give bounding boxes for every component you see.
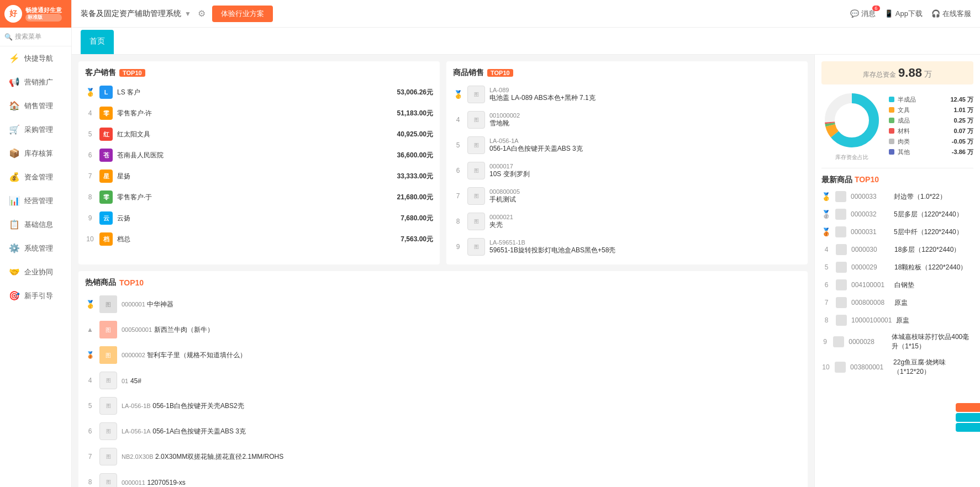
medal-icon: 🥇 <box>821 192 831 201</box>
sidebar-item-finance[interactable]: 💰 资金管理 <box>0 165 71 189</box>
top-rankings: 客户销售 TOP10 🥇 L LS 客户 53,006.26元 4 <box>78 61 808 264</box>
avatar: 零 <box>99 190 113 204</box>
list-item: 🥇 L LS 客户 53,006.26元 <box>85 83 433 101</box>
rank-number: 7 <box>85 172 95 180</box>
rank-number: 6 <box>85 151 95 159</box>
product-img: 图 <box>99 397 117 415</box>
legend-item: 成品 0.25 万 <box>889 117 973 125</box>
product-avatar <box>836 244 847 255</box>
search-icon: 🔍 <box>4 33 13 41</box>
online-service-button[interactable]: 🎧 在线客服 <box>931 9 971 19</box>
rank-number: 5 <box>453 141 463 149</box>
product-avatar <box>835 226 846 237</box>
sidebar-item-marketing[interactable]: 📢 营销推广 <box>0 70 71 94</box>
legend-item: 材料 0.07 万 <box>889 127 973 135</box>
search-menu[interactable]: 🔍 搜索菜单 <box>0 28 71 46</box>
dropdown-arrow-icon[interactable]: ▼ <box>185 10 191 18</box>
product-img: 图 <box>99 473 117 487</box>
list-item: 🥉 0000031 5层中纤（1220*2440） <box>821 225 973 239</box>
sidebar-item-enterprise[interactable]: 🤝 企业协同 <box>0 260 71 284</box>
customer-service-button[interactable]: 客服热线 <box>956 403 980 412</box>
quick-icon: ⚡ <box>9 53 20 63</box>
product-ranking-title: 商品销售 TOP10 <box>453 68 801 78</box>
sales-icon: 🏠 <box>9 100 20 111</box>
list-item: 7 图 000800005 手机测试 <box>453 185 801 207</box>
list-item: 5 0000029 18颗粒板（1220*2440） <box>821 260 973 274</box>
sidebar-item-quick[interactable]: ⚡ 快捷导航 <box>0 46 71 70</box>
avatar: L <box>99 86 113 99</box>
rank-number: 8 <box>85 478 95 486</box>
product-img: 图 <box>467 162 485 179</box>
product-img: 图 <box>99 321 117 338</box>
list-item: 4 0000030 18多层（1220*2440） <box>821 242 973 257</box>
product-avatar <box>836 279 847 290</box>
rank-number: 4 <box>453 116 463 124</box>
logo-icon: 好 <box>4 5 22 23</box>
sidebar-item-operations[interactable]: 📊 经营管理 <box>0 189 71 213</box>
rank-number: 9 <box>85 214 95 222</box>
tab-home[interactable]: 首页 <box>81 30 114 54</box>
avatar: 苍 <box>99 149 113 162</box>
main: 装备及固定资产辅助管理系统 ▼ ⚙ 体验行业方案 💬 消息 6 📱 App下载 … <box>72 0 980 487</box>
rank-number: 4 <box>85 109 95 117</box>
topbar-right: 💬 消息 6 📱 App下载 🎧 在线客服 <box>850 9 971 19</box>
headset-icon: 🎧 <box>931 9 940 18</box>
operations-icon: 📊 <box>9 195 20 206</box>
legend-item: 肉类 -0.05 万 <box>889 137 973 146</box>
phone-icon: 📱 <box>884 9 893 18</box>
list-item: 8 零 零售客户·于 21,680.00元 <box>85 188 433 206</box>
list-item: 4 图 001000002 雪地靴 <box>453 109 801 131</box>
rank-number: 8 <box>85 193 95 201</box>
hot-products-card: 热销商品 TOP10 🥇 图 0000001 中华神器 ▲ 图 <box>78 271 808 487</box>
legend-item: 半成品 12.45 万 <box>889 96 973 104</box>
guide-icon: 🎯 <box>9 290 20 301</box>
list-item: 5 红 红太阳文具 40,925.00元 <box>85 125 433 143</box>
svg-text:图: 图 <box>106 352 111 358</box>
product-img: 图 <box>99 372 117 389</box>
finance-icon: 💰 <box>9 172 20 182</box>
product-img: 图 <box>99 448 117 465</box>
list-item: 6 苍 苍南县人民医院 36,600.00元 <box>85 146 433 164</box>
customer-ranking-title: 客户销售 TOP10 <box>85 68 433 78</box>
avatar: 星 <box>99 170 113 183</box>
new-products-section: 最新商品 TOP10 🥇 0000033 封边带（1.0*22） 🥈 00000… <box>821 175 973 378</box>
list-item: 10 档 档总 7,563.00元 <box>85 230 433 248</box>
message-icon: 💬 <box>850 9 859 18</box>
settings-icon[interactable]: ⚙ <box>198 8 206 19</box>
avatar: 档 <box>99 232 113 246</box>
product-img: 图 <box>467 238 485 256</box>
rank-number: 4 <box>85 377 95 384</box>
content-right: 库存总资金 9.88 万 <box>814 55 980 487</box>
list-item: 9 图 LA-59651-1B 59651-1B旋转投影灯电池盒ABS黑色+58… <box>453 236 801 258</box>
service-community-button[interactable]: 服务社区 <box>956 413 980 422</box>
medal-icon: 🥈 <box>821 210 831 219</box>
rank-number: ▲ <box>85 326 95 334</box>
rank-number: 5 <box>85 402 95 410</box>
sidebar-item-system[interactable]: ⚙️ 系统管理 <box>0 236 71 260</box>
sidebar-item-inventory[interactable]: 📦 库存核算 <box>0 141 71 165</box>
sidebar-item-basics[interactable]: 📋 基础信息 <box>0 213 71 236</box>
trial-button[interactable]: 体验行业方案 <box>212 6 273 22</box>
legend-color <box>889 97 894 102</box>
list-item: 10 003800001 22g鱼豆腐·烧烤味（1*12*20） <box>821 356 973 378</box>
product-avatar <box>836 315 847 326</box>
rank-number: 4 <box>821 246 831 253</box>
live-button[interactable]: 直播 <box>956 423 980 432</box>
donut-chart: 库存资金占比 <box>821 90 882 161</box>
new-products-list: 🥇 0000033 封边带（1.0*22） 🥈 0000032 5层多层（122… <box>821 189 973 378</box>
list-item: 🥇 0000033 封边带（1.0*22） <box>821 189 973 204</box>
divider <box>821 168 973 168</box>
medal-icon: 🥇 <box>85 88 95 97</box>
messages-button[interactable]: 💬 消息 6 <box>850 9 876 19</box>
sidebar-item-sales[interactable]: 🏠 销售管理 <box>0 94 71 118</box>
sidebar-item-purchase[interactable]: 🛒 采购管理 <box>0 118 71 141</box>
app-download-button[interactable]: 📱 App下载 <box>884 9 923 19</box>
list-item: 7 星 星扬 33,333.00元 <box>85 167 433 185</box>
list-item: 🥉 图 0000002 智利车子里（规格不知道填什么） <box>85 344 801 366</box>
sidebar-nav: ⚡ 快捷导航 📢 营销推广 🏠 销售管理 🛒 采购管理 📦 库存核算 💰 资金管… <box>0 46 71 487</box>
enterprise-icon: 🤝 <box>9 267 20 277</box>
sidebar-item-guide[interactable]: 🎯 新手引导 <box>0 284 71 308</box>
list-item: 9 云 云扬 7,680.00元 <box>85 209 433 227</box>
legend-color <box>889 118 894 123</box>
rank-number: 8 <box>453 218 463 225</box>
